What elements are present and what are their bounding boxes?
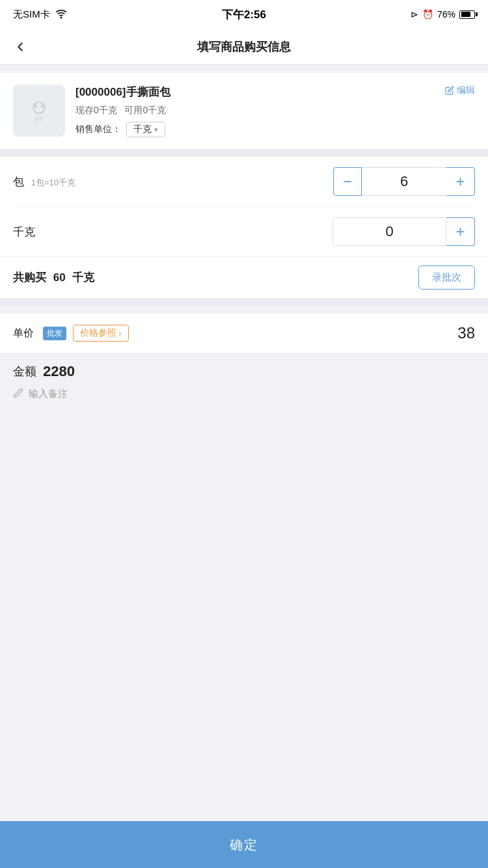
product-logo-icon: 智计 xyxy=(25,96,53,125)
nav-bar: 填写商品购买信息 xyxy=(0,29,488,65)
amount-section: 金额 2280 输入备注 xyxy=(0,353,488,405)
back-button[interactable] xyxy=(13,40,27,54)
unit-value: 千克 xyxy=(133,124,152,135)
available-text: 可用0千克 xyxy=(124,105,166,115)
edit-icon xyxy=(445,86,454,95)
amount-label: 金额 xyxy=(13,364,36,379)
unit-selector[interactable]: 千克 ▾ xyxy=(126,122,165,137)
svg-text:智计: 智计 xyxy=(34,116,44,121)
bottom-area xyxy=(0,405,488,868)
bao-label: 包 1包=10千克 xyxy=(13,174,333,189)
price-ref-button[interactable]: 价格参照 › xyxy=(73,325,129,342)
confirm-button[interactable]: 确定 xyxy=(0,821,488,868)
price-ref-label: 价格参照 xyxy=(80,327,116,339)
location-icon: ⊳ xyxy=(411,9,418,20)
note-row[interactable]: 输入备注 xyxy=(13,388,475,400)
alarm-icon: ⏰ xyxy=(422,9,433,20)
product-card: 智计 [0000006]手撕面包 现存0千克 可用0千克 销售单位： 千克 ▾ … xyxy=(0,73,488,149)
product-image: 智计 xyxy=(13,85,65,137)
total-amount: 60 xyxy=(53,271,66,284)
price-section: 单价 批发 价格参照 › 38 xyxy=(0,314,488,353)
bao-minus-button[interactable]: − xyxy=(333,167,362,196)
note-placeholder: 输入备注 xyxy=(29,388,68,400)
kg-label: 千克 xyxy=(13,224,332,239)
price-ref-arrow: › xyxy=(118,328,122,338)
bao-quantity-input[interactable] xyxy=(362,167,446,196)
quantity-section: 包 1包=10千克 − + 千克 + xyxy=(0,157,488,256)
edit-button[interactable]: 编辑 xyxy=(445,85,475,96)
total-unit: 千克 xyxy=(72,271,94,284)
amount-row: 金额 2280 xyxy=(13,363,475,380)
amount-value: 2280 xyxy=(43,363,75,380)
svg-point-2 xyxy=(34,105,37,107)
kg-plus-button[interactable]: + xyxy=(446,217,475,246)
product-info: [0000006]手撕面包 现存0千克 可用0千克 销售单位： 千克 ▾ xyxy=(75,85,475,137)
status-bar: 无SIM卡 下午2:56 ⊳ ⏰ 76% xyxy=(0,0,488,29)
bao-quantity-controls: − + xyxy=(333,167,475,196)
total-prefix: 共购买 xyxy=(13,271,46,284)
edit-label: 编辑 xyxy=(457,85,475,96)
unit-label: 销售单位： xyxy=(75,124,121,135)
bao-plus-button[interactable]: + xyxy=(446,167,475,196)
price-label: 单价 xyxy=(13,327,34,340)
chevron-down-icon: ▾ xyxy=(154,126,158,134)
svg-point-0 xyxy=(61,17,62,18)
price-badge: 批发 xyxy=(43,327,66,340)
carrier-text: 无SIM卡 xyxy=(13,8,50,21)
product-name: [0000006]手撕面包 xyxy=(75,85,475,100)
total-text: 共购买 60 千克 xyxy=(13,270,94,285)
battery-percent: 76% xyxy=(437,9,455,20)
price-value: 38 xyxy=(457,324,475,342)
bao-quantity-row: 包 1包=10千克 − + xyxy=(13,157,475,207)
section-divider-2 xyxy=(0,298,488,306)
status-left: 无SIM卡 xyxy=(13,8,67,21)
kg-controls: + xyxy=(332,217,475,246)
battery-icon xyxy=(459,10,475,19)
page-title: 填写商品购买信息 xyxy=(197,39,291,55)
product-stock: 现存0千克 可用0千克 xyxy=(75,105,475,116)
stock-text: 现存0千克 xyxy=(75,105,117,115)
svg-point-3 xyxy=(41,105,44,107)
bao-conversion: 1包=10千克 xyxy=(31,178,75,187)
status-right: ⊳ ⏰ 76% xyxy=(411,9,475,20)
total-row: 共购买 60 千克 录批次 xyxy=(0,256,488,298)
product-unit-row: 销售单位： 千克 ▾ xyxy=(75,122,475,137)
batch-button[interactable]: 录批次 xyxy=(418,265,475,290)
wifi-icon xyxy=(55,8,67,21)
pencil-icon xyxy=(13,388,23,400)
section-divider-1 xyxy=(0,149,488,157)
status-time: 下午2:56 xyxy=(222,7,266,22)
kg-quantity-row: 千克 + xyxy=(13,207,475,256)
kg-quantity-input[interactable] xyxy=(332,217,446,246)
bao-label-text: 包 xyxy=(13,176,24,188)
